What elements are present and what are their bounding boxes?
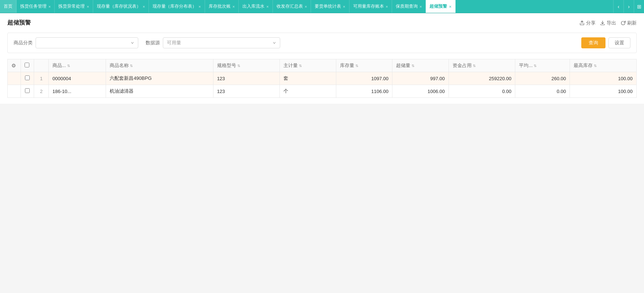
nav-arrow-left[interactable]: ‹ bbox=[613, 0, 623, 13]
sort-overstock[interactable]: 超储量 ⇅ bbox=[396, 62, 414, 69]
col-header-stock: 库存量 ⇅ bbox=[336, 59, 392, 72]
cell-row-num: 1 bbox=[34, 72, 49, 85]
sort-icon-overstock: ⇅ bbox=[411, 64, 414, 68]
top-nav: 首页 拣货任务管理 × 拣货异常处理 × 现存量（库存状况表） × 现存量（库存… bbox=[0, 0, 644, 13]
close-inventory-status[interactable]: × bbox=[143, 4, 145, 9]
sort-avg[interactable]: 平均... ⇅ bbox=[519, 62, 537, 69]
nav-tab-batch[interactable]: 库存批次账 × bbox=[205, 0, 239, 13]
query-button[interactable]: 查询 bbox=[581, 37, 605, 48]
nav-tab-avail-ledger[interactable]: 可用量库存账本 × bbox=[350, 0, 392, 13]
close-avail-ledger[interactable]: × bbox=[386, 4, 388, 9]
sort-icon-product-code: ⇅ bbox=[67, 64, 70, 68]
export-icon bbox=[600, 21, 605, 26]
page-title: 超储预警 bbox=[7, 19, 31, 27]
nav-tab-task-mgmt[interactable]: 拣货任务管理 × bbox=[17, 0, 55, 13]
cell-spec: 123 bbox=[213, 72, 280, 85]
datasource-select[interactable]: 可用量 bbox=[163, 37, 280, 48]
category-select[interactable] bbox=[36, 37, 138, 48]
nav-tab-inventory-dist[interactable]: 现存量（库存分布表） × bbox=[149, 0, 205, 13]
nav-tab-inventory-status[interactable]: 现存量（库存状况表） × bbox=[93, 0, 149, 13]
sort-capital[interactable]: 资金占用 ⇅ bbox=[453, 62, 476, 69]
cell-product-name: 六配套新昌490BPG bbox=[106, 72, 213, 85]
select-all-checkbox[interactable] bbox=[25, 63, 29, 67]
col-header-overstock: 超储量 ⇅ bbox=[392, 59, 449, 72]
nav-tab-inout-flow[interactable]: 出入库流水 × bbox=[239, 0, 272, 13]
sort-icon-unit: ⇅ bbox=[299, 64, 302, 68]
table-row: 1 0000004 六配套新昌490BPG 123 套 1097.00 997.… bbox=[8, 72, 637, 85]
close-batch[interactable]: × bbox=[233, 4, 235, 9]
cell-max-stock: 100.00 bbox=[570, 85, 637, 98]
gear-icon[interactable]: ⚙ bbox=[11, 63, 16, 68]
cell-overstock: 997.00 bbox=[392, 72, 449, 85]
cell-product-name: 机油滤清器 bbox=[106, 85, 213, 98]
row-gear-cell bbox=[8, 85, 21, 98]
nav-tab-overstock[interactable]: 超储预警 × bbox=[426, 0, 455, 13]
page-content: 超储预警 分享 导出 刷新 bbox=[0, 13, 644, 104]
nav-arrows: ‹ › ⊞ bbox=[613, 0, 644, 13]
col-header-row-num bbox=[34, 59, 49, 72]
col-header-avg: 平均... ⇅ bbox=[515, 59, 570, 72]
cell-avg: 260.00 bbox=[515, 72, 570, 85]
cell-unit: 个 bbox=[280, 85, 336, 98]
sort-icon-stock: ⇅ bbox=[355, 64, 358, 68]
share-button[interactable]: 分享 bbox=[579, 20, 596, 26]
filter-actions: 查询 设置 bbox=[581, 37, 630, 48]
page-header: 超储预警 分享 导出 刷新 bbox=[7, 19, 637, 27]
table-header-row: ⚙ 商品... ⇅ 商品名称 ⇅ bbox=[8, 59, 637, 72]
row-checkbox-cell bbox=[21, 85, 34, 98]
sort-icon-product-name: ⇅ bbox=[130, 64, 133, 68]
sort-icon-spec: ⇅ bbox=[237, 64, 240, 68]
col-header-product-name: 商品名称 ⇅ bbox=[106, 59, 213, 72]
cell-unit: 套 bbox=[280, 72, 336, 85]
chevron-down-icon bbox=[131, 41, 134, 45]
cell-spec: 123 bbox=[213, 85, 280, 98]
data-table: ⚙ 商品... ⇅ 商品名称 ⇅ bbox=[7, 59, 637, 98]
cell-avg: 0.00 bbox=[515, 85, 570, 98]
settings-button[interactable]: 设置 bbox=[608, 37, 630, 48]
col-header-spec: 规格型号 ⇅ bbox=[213, 59, 280, 72]
cell-stock: 1097.00 bbox=[336, 72, 392, 85]
table-row: 2 186-10... 机油滤清器 123 个 1106.00 1006.00 … bbox=[8, 85, 637, 98]
row-checkbox-cell bbox=[21, 72, 34, 85]
close-collect[interactable]: × bbox=[305, 4, 307, 9]
cell-stock: 1106.00 bbox=[336, 85, 392, 98]
close-order-stats[interactable]: × bbox=[343, 4, 345, 9]
category-label: 商品分类 bbox=[14, 40, 33, 46]
nav-tab-abnormal[interactable]: 拣货异常处理 × bbox=[55, 0, 93, 13]
export-button[interactable]: 导出 bbox=[600, 20, 616, 26]
col-header-product-code: 商品... ⇅ bbox=[49, 59, 106, 72]
sort-icon-capital: ⇅ bbox=[473, 64, 476, 68]
nav-arrow-right[interactable]: › bbox=[623, 0, 634, 13]
nav-tab-collect[interactable]: 收发存汇总表 × bbox=[273, 0, 311, 13]
sort-max-stock[interactable]: 最高库存 ⇅ bbox=[574, 62, 597, 69]
sort-unit[interactable]: 主计量 ⇅ bbox=[283, 62, 302, 69]
close-overstock[interactable]: × bbox=[449, 4, 451, 9]
nav-tab-home[interactable]: 首页 bbox=[0, 0, 17, 13]
cell-max-stock: 100.00 bbox=[570, 72, 637, 85]
close-inventory-dist[interactable]: × bbox=[198, 4, 201, 9]
col-gear: ⚙ bbox=[8, 59, 21, 72]
row-checkbox-r1[interactable] bbox=[25, 88, 30, 93]
cell-product-code: 0000004 bbox=[49, 72, 106, 85]
sort-product-name[interactable]: 商品名称 ⇅ bbox=[110, 62, 133, 69]
sort-product-code[interactable]: 商品... ⇅ bbox=[52, 62, 70, 69]
close-task-mgmt[interactable]: × bbox=[48, 4, 51, 9]
datasource-filter: 数据源 可用量 bbox=[146, 37, 280, 48]
cell-capital: 0.00 bbox=[449, 85, 515, 98]
cell-overstock: 1006.00 bbox=[392, 85, 449, 98]
refresh-button[interactable]: 刷新 bbox=[621, 20, 637, 26]
cell-row-num: 2 bbox=[34, 85, 49, 98]
sort-spec[interactable]: 规格型号 ⇅ bbox=[217, 62, 240, 69]
nav-tab-order-stats[interactable]: 要货单统计表 × bbox=[311, 0, 349, 13]
sort-stock[interactable]: 库存量 ⇅ bbox=[340, 62, 358, 69]
row-gear-cell bbox=[8, 72, 21, 85]
close-abnormal[interactable]: × bbox=[87, 4, 89, 9]
filter-area: 商品分类 数据源 可用量 查询 设置 bbox=[7, 33, 637, 53]
nav-arrow-expand[interactable]: ⊞ bbox=[634, 0, 644, 13]
share-icon bbox=[579, 21, 585, 26]
row-checkbox-r0[interactable] bbox=[25, 75, 30, 80]
col-header-capital: 资金占用 ⇅ bbox=[449, 59, 515, 72]
close-inout-flow[interactable]: × bbox=[266, 4, 268, 9]
nav-tab-quality[interactable]: 保质期查询 × bbox=[392, 0, 426, 13]
close-quality[interactable]: × bbox=[420, 4, 422, 9]
